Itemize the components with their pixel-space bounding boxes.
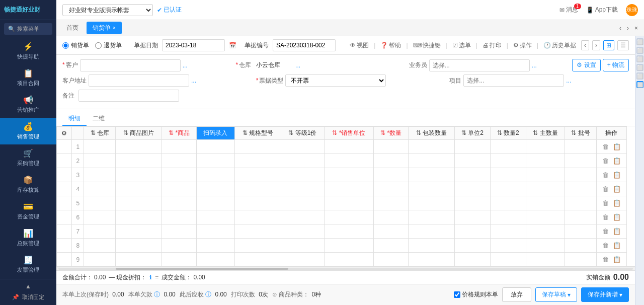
th-spec[interactable]: ⇅ 规格型号 bbox=[234, 127, 281, 140]
app-download-button[interactable]: 📱 App下载 bbox=[586, 6, 618, 14]
delete-row-button[interactable]: 🗑 bbox=[601, 242, 610, 249]
date-input[interactable] bbox=[162, 39, 225, 51]
th-qty2[interactable]: ⇅ 数量2 bbox=[490, 127, 526, 140]
settings-button[interactable]: ⚙ 设置 bbox=[572, 59, 600, 71]
select-order-button[interactable]: ☑ 选单 bbox=[450, 40, 473, 51]
invoice-select[interactable]: 不开票 bbox=[285, 74, 386, 87]
sidebar-item-purchase[interactable]: 🛒 采购管理 bbox=[0, 144, 56, 171]
customer-input[interactable] bbox=[80, 59, 181, 71]
radio-return-input[interactable] bbox=[95, 42, 102, 49]
help-button[interactable]: ❓ 帮助 bbox=[378, 40, 403, 51]
th-qty[interactable]: ⇅ *数量 bbox=[374, 127, 408, 140]
radio-return[interactable]: 退货单 bbox=[95, 41, 122, 50]
save-draft-button[interactable]: 保存草稿 ▾ bbox=[535, 287, 577, 302]
th-pkg-qty[interactable]: ⇅ 包装数量 bbox=[408, 127, 454, 140]
shortcut-button[interactable]: ⌨ 快捷键 bbox=[411, 40, 443, 51]
doc-number-input[interactable] bbox=[273, 39, 336, 51]
delete-row-button[interactable]: 🗑 bbox=[601, 213, 610, 221]
sidebar-search-area[interactable]: 🔍 搜索菜单 bbox=[0, 20, 56, 38]
th-product[interactable]: ⇅ *商品 bbox=[162, 127, 196, 140]
tab-close-button[interactable]: × bbox=[113, 25, 116, 31]
radio-sales-input[interactable] bbox=[62, 42, 69, 49]
company-select[interactable]: 好业财专业版演示帐套 bbox=[62, 4, 153, 16]
delete-row-button[interactable]: 🗑 bbox=[601, 185, 610, 193]
copy-row-button[interactable]: 📋 bbox=[612, 199, 622, 207]
th-warehouse[interactable]: ⇅ 仓库 bbox=[84, 127, 116, 140]
tab-home[interactable]: 首页 bbox=[60, 22, 85, 34]
scroll-up-button[interactable]: ▲ bbox=[0, 281, 56, 291]
th-settings[interactable]: ⚙ bbox=[57, 127, 72, 140]
delete-row-button[interactable]: 🗑 bbox=[601, 227, 610, 235]
th-batch[interactable]: ⇅ 批号 bbox=[565, 127, 597, 140]
copy-row-button[interactable]: 📋 bbox=[612, 242, 622, 249]
copy-row-button[interactable]: 📋 bbox=[612, 227, 622, 235]
sidebar-item-unpin[interactable]: 📌 取消固定 bbox=[0, 291, 56, 303]
sidebar-item-marketing[interactable]: 📢 营销推广 bbox=[0, 91, 56, 118]
th-scan-input[interactable]: 扫码录入 bbox=[196, 127, 234, 140]
th-sales-unit[interactable]: ⇅ *销售单位 bbox=[324, 127, 373, 140]
remark-input[interactable] bbox=[78, 90, 179, 102]
sidebar-item-ledger[interactable]: 📊 总账管理 bbox=[0, 224, 56, 251]
message-button[interactable]: ✉ 消息 1 bbox=[559, 6, 578, 14]
horizontal-scrollbar[interactable] bbox=[56, 266, 635, 270]
warehouse-ellipsis[interactable]: ... bbox=[295, 62, 300, 69]
scroll-thumb[interactable] bbox=[116, 268, 288, 270]
copy-row-button[interactable]: 📋 bbox=[612, 143, 622, 150]
scroll-track[interactable] bbox=[58, 268, 633, 270]
tab-2d[interactable]: 二维 bbox=[87, 112, 111, 126]
prev-record-button[interactable]: ‹ bbox=[581, 40, 589, 50]
project-ellipsis[interactable]: ... bbox=[566, 77, 571, 84]
sidebar-item-project[interactable]: 📋 项目合同 bbox=[0, 64, 56, 91]
copy-row-button[interactable]: 📋 bbox=[612, 256, 622, 263]
operation-button[interactable]: ⚙ 操作 bbox=[511, 40, 534, 51]
user-avatar[interactable]: 珠珠 bbox=[626, 4, 638, 16]
sidebar-item-sales[interactable]: 💰 销售管理 bbox=[0, 118, 56, 144]
receivable-info-icon[interactable]: ⓘ bbox=[205, 291, 211, 298]
sidebar-item-inventory[interactable]: 📦 库存核算 bbox=[0, 171, 56, 198]
next-record-button[interactable]: › bbox=[592, 40, 600, 50]
sidebar-item-finance[interactable]: 💳 资金管理 bbox=[0, 198, 56, 224]
address-input[interactable] bbox=[89, 74, 189, 87]
copy-row-button[interactable]: 📋 bbox=[612, 157, 622, 165]
right-panel-btn-2[interactable]: ⬜ bbox=[636, 47, 643, 54]
copy-row-button[interactable]: 📋 bbox=[612, 185, 622, 193]
right-panel-btn-1[interactable]: ⬜ bbox=[636, 38, 643, 45]
staff-input[interactable] bbox=[429, 59, 530, 71]
abandon-button[interactable]: 放弃 bbox=[502, 287, 531, 302]
sidebar-item-invoice[interactable]: 🧾 发票管理 bbox=[0, 251, 56, 278]
print-button[interactable]: 🖨 打印 bbox=[480, 40, 504, 51]
staff-ellipsis[interactable]: ... bbox=[532, 62, 537, 69]
delete-row-button[interactable]: 🗑 bbox=[601, 143, 610, 150]
right-panel-btn-6[interactable]: ⬜ bbox=[636, 81, 643, 88]
th-main-qty[interactable]: ⇅ 主数量 bbox=[526, 127, 565, 140]
tab-sales-order[interactable]: 销货单 × bbox=[87, 22, 122, 34]
radio-sales[interactable]: 销货单 bbox=[62, 41, 89, 50]
tab-mingxi[interactable]: 明细 bbox=[62, 112, 87, 126]
calendar-icon[interactable]: 📅 bbox=[229, 42, 236, 49]
customer-ellipsis[interactable]: ... bbox=[183, 62, 188, 69]
tab-prev-button[interactable]: ‹ bbox=[617, 24, 623, 33]
copy-row-button[interactable]: 📋 bbox=[612, 213, 622, 221]
save-new-button[interactable]: 保存并新增 ▾ bbox=[581, 287, 629, 302]
price-check-label[interactable]: 价格规则本单 bbox=[454, 290, 498, 299]
th-grade-price[interactable]: ⇅ 等级1价 bbox=[281, 127, 325, 140]
arrears-info-icon[interactable]: ⓘ bbox=[154, 291, 160, 298]
tab-close-all-button[interactable]: × bbox=[632, 24, 640, 33]
price-check-checkbox[interactable] bbox=[454, 291, 460, 298]
delete-row-button[interactable]: 🗑 bbox=[601, 157, 610, 165]
right-panel-btn-3[interactable]: ⬜ bbox=[636, 55, 643, 62]
history-button[interactable]: 🕐 历史单据 bbox=[541, 40, 578, 51]
tab-next-button[interactable]: › bbox=[625, 24, 631, 33]
add-logistics-button[interactable]: + 物流 bbox=[603, 59, 629, 71]
save-draft-dropdown-icon[interactable]: ▾ bbox=[568, 291, 571, 298]
delete-row-button[interactable]: 🗑 bbox=[601, 199, 610, 207]
right-panel-btn-5[interactable]: ⬜ bbox=[636, 72, 643, 80]
info-icon[interactable]: ℹ bbox=[149, 274, 152, 281]
list-view-button[interactable]: ☰ bbox=[617, 40, 629, 50]
right-panel-btn-4[interactable]: ⬜ bbox=[636, 64, 643, 71]
th-product-image[interactable]: ⇅ 商品图片 bbox=[116, 127, 162, 140]
view-button[interactable]: 👁 视图 bbox=[348, 40, 371, 51]
copy-row-button[interactable]: 📋 bbox=[612, 171, 622, 179]
th-unit2[interactable]: ⇅ 单位2 bbox=[454, 127, 490, 140]
delete-row-button[interactable]: 🗑 bbox=[601, 171, 610, 179]
